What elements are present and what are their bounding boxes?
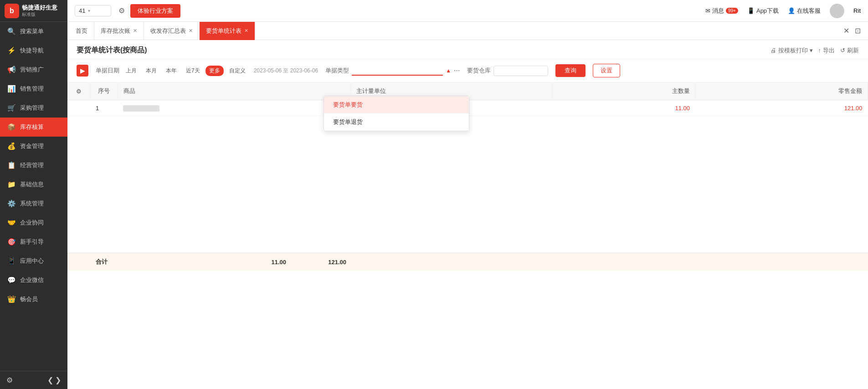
sidebar-item-system[interactable]: ⚙️ 系统管理 [0,194,67,213]
trial-industry-button[interactable]: 体验行业方案 [130,4,180,18]
warehouse-filter-label: 要货仓库 [467,67,491,75]
settings-icon[interactable]: ⚙ [6,376,13,384]
sidebar-item-label: 资金管理 [20,142,44,150]
tab-close-icon[interactable]: ✕ [244,28,248,34]
page-inner: 要货单统计表(按商品) 🖨 按模板打印 ▾ ↑ 导出 ↺ 刷新 [67,40,868,389]
date-this-month-button[interactable]: 本月 [142,66,160,76]
sidebar-item-appstore[interactable]: 📱 应用中心 [0,251,67,271]
tab-receive-summary[interactable]: 收发存汇总表✕ [144,22,200,40]
total-qty: 11.00 [237,259,292,266]
dropdown-item-order-goods[interactable]: 要货单要货 [324,96,469,113]
tab-label: 库存批次账 [101,27,130,35]
topbar-right: ✉ 消息 99+ 📱 App下载 👤 在线客服 Rit [705,4,861,18]
date-range-display: 2023-05-06 至 2023-06-06 [254,67,318,75]
user-avatar[interactable] [830,4,844,18]
company-selector[interactable]: 41 ▾ [75,5,111,16]
wechat-icon: 💬 [6,275,16,285]
filter-bar: ▶ 单据日期 上月 本月 本年 近7天 更多 自定义 2023-05-06 至 … [67,59,868,82]
refresh-button[interactable]: ↺ 刷新 [840,46,859,55]
query-button[interactable]: 查询 [555,64,586,77]
print-template-button[interactable]: 🖨 按模板打印 ▾ [770,46,813,55]
date-filter-label: 单据日期 [96,67,119,75]
settings-button[interactable]: 设置 [593,64,620,77]
sidebar-item-inventory[interactable]: 📦 库存核算 [0,118,67,137]
sidebar-item-guide[interactable]: 🎯 新手引导 [0,232,67,251]
sidebar-item-quick-nav[interactable]: ⚡ 快捷导航 [0,41,67,60]
guide-icon: 🎯 [6,237,16,247]
table-col-gear[interactable]: ⚙ [67,82,90,100]
warehouse-filter-group: 要货仓库 [467,66,548,76]
tab-label: 收发存汇总表 [150,27,186,35]
sidebar-item-label: 基础信息 [20,180,44,189]
date-last-7-days-button[interactable]: 近7天 [182,66,204,76]
warehouse-filter-input[interactable] [493,66,548,76]
total-amount: 121.00 [292,259,346,266]
tab-label: 首页 [76,27,87,35]
topbar-gear-icon[interactable]: ⚙ [118,6,125,15]
sidebar-item-label: 库存核算 [20,123,44,131]
logo-icon: b [5,4,19,18]
sidebar-item-member[interactable]: 👑 畅会员 [0,290,67,309]
logo-text: 畅捷通好生意 标准版 [22,4,57,18]
tab-home[interactable]: 首页 [69,22,94,40]
app-download-button[interactable]: 📱 App下载 [747,7,779,15]
purchase-icon: 🛒 [6,103,16,113]
company-selector-arrow-icon: ▾ [88,8,90,13]
main-content: 41 ▾ ⚙ 体验行业方案 ✉ 消息 99+ 📱 App下载 👤 在线客服 Ri… [67,0,868,389]
sidebar-item-marketing[interactable]: 📢 营销推广 [0,60,67,79]
table-col-qty: 主数量 [552,82,695,100]
date-custom-button[interactable]: 自定义 [226,66,249,76]
basic-icon: 📁 [6,179,16,189]
sidebar-item-wechat[interactable]: 💬 企业微信 [0,271,67,290]
tab-close-icon[interactable]: ✕ [189,28,193,34]
message-badge: 99+ [726,8,738,14]
tabs-bar-right: ✕ ⊡ [842,26,866,36]
date-this-year-button[interactable]: 本年 [162,66,180,76]
sidebar-item-finance[interactable]: 💰 资金管理 [0,137,67,156]
tab-close-icon[interactable]: ✕ [133,28,137,34]
sidebar-item-purchase[interactable]: 🛒 采购管理 [0,98,67,118]
print-dropdown-icon: ▾ [810,47,813,54]
page-title: 要货单统计表(按商品) [77,46,147,55]
sidebar-item-cooperation[interactable]: 🤝 企业协同 [0,213,67,232]
app-download-icon: 📱 [747,7,755,14]
user-name: Rit [853,7,861,14]
sidebar-footer: ⚙ ❮ ❯ [0,371,67,389]
sidebar-item-basic[interactable]: 📁 基础信息 [0,175,67,194]
finance-icon: 💰 [6,141,16,151]
type-filter-more-icon[interactable]: ··· [454,67,460,75]
sidebar-item-label: 畅会员 [20,295,38,303]
type-filter-input[interactable] [352,66,443,76]
date-last-month-button[interactable]: 上月 [122,66,140,76]
date-more-button[interactable]: 更多 [205,66,224,76]
dropdown-item-order-return[interactable]: 要货单退货 [324,113,469,131]
tab-maximize-button[interactable]: ⊡ [853,26,863,36]
tab-order-summary[interactable]: 要货单统计表✕ [200,22,255,40]
sidebar: b 畅捷通好生意 标准版 🔍 搜索菜单 ⚡ 快捷导航 📢 营销推广 📊 销售管理… [0,0,67,389]
sidebar-item-sales[interactable]: 📊 销售管理 [0,79,67,98]
tab-close-all-button[interactable]: ✕ [842,26,851,36]
export-button[interactable]: ↑ 导出 [818,46,835,55]
tab-stock-batch[interactable]: 库存批次账✕ [94,22,144,40]
service-icon: 👤 [788,7,795,14]
operation-icon: 📋 [6,160,16,170]
sidebar-item-label: 营销推广 [20,66,44,74]
online-service-button[interactable]: 👤 在线客服 [788,7,821,15]
table-cell-seq: 1 [90,100,118,116]
message-button[interactable]: ✉ 消息 99+ [705,7,738,15]
type-filter-group: 单据类型 ▲ ··· [325,66,460,76]
tab-label: 要货单统计表 [206,27,241,35]
sidebar-item-label: 企业协同 [20,219,44,227]
collapse-icon[interactable]: ❮ ❯ [47,376,61,384]
product-placeholder [123,105,159,112]
type-filter-arrow-icon[interactable]: ▲ [446,67,451,74]
print-icon: 🖨 [770,47,776,54]
total-row: 合计 11.00 121.00 [67,253,868,271]
filter-expand-button[interactable]: ▶ [77,65,88,77]
export-icon: ↑ [818,47,822,54]
sidebar-item-operation[interactable]: 📋 经营管理 [0,156,67,175]
inventory-icon: 📦 [6,122,16,132]
sidebar-item-label: 新手引导 [20,238,44,246]
sidebar-item-search[interactable]: 🔍 搜索菜单 [0,22,67,41]
total-label: 合计 [73,258,237,266]
